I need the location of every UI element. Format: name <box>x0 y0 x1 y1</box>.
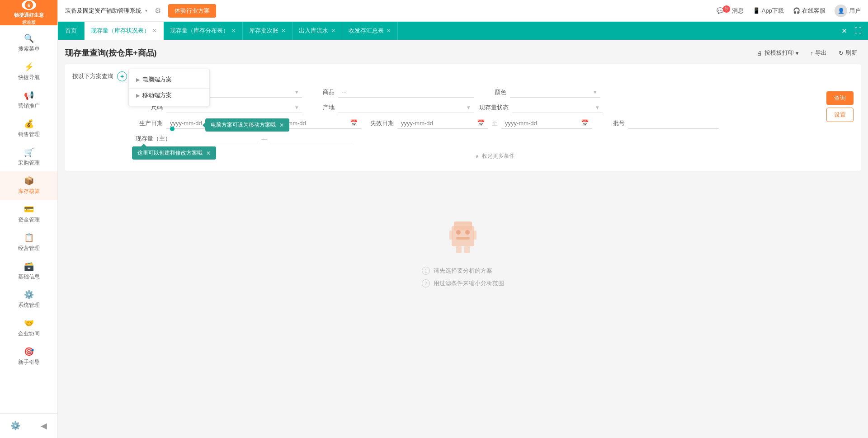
tab-in-out-close[interactable]: ✕ <box>331 28 335 33</box>
sidebar-logo: 6 畅捷通好生意 标准版 <box>0 0 57 25</box>
sidebar-item-sales-label: 销售管理 <box>18 131 40 138</box>
sidebar-item-finance-label: 资金管理 <box>18 216 40 224</box>
tab-in-out[interactable]: 出入库流水 ✕ <box>292 22 342 40</box>
filter-row-2: 尺码 ▾ 产地 ▾ 现存量状态 <box>136 102 854 113</box>
expire-date-end-input[interactable] <box>505 120 581 127</box>
refresh-icon: ↻ <box>839 50 844 57</box>
sidebar-collapse-btn[interactable]: ◀ <box>37 419 51 433</box>
purchase-icon: 🛒 <box>24 147 34 157</box>
sidebar-footer: ⚙️ ◀ <box>0 413 57 438</box>
sidebar-item-purchase-label: 采购管理 <box>18 159 40 167</box>
sidebar-item-purchase[interactable]: 🛒 采购管理 <box>0 143 57 171</box>
message-btn[interactable]: 💬 9 消息 <box>717 7 744 15</box>
scheme-item-mobile[interactable]: ▶ 移动端方案 <box>129 89 209 102</box>
filter-field-expire-date: 失效日期 📅 至 📅 <box>367 118 592 129</box>
refresh-btn[interactable]: ↻ 刷新 <box>835 47 861 59</box>
printer-icon: 🖨 <box>757 50 763 57</box>
tab-home[interactable]: 首页 <box>58 22 85 40</box>
sidebar-item-enterprise[interactable]: 🤝 企业协同 <box>0 314 57 342</box>
sidebar-item-guide[interactable]: 🎯 新手引导 <box>0 342 57 371</box>
tab-inventory-status-label: 现存量（库存状况表） <box>91 27 150 35</box>
header-settings-btn[interactable]: ⚙ <box>153 5 163 17</box>
stock-qty-end-input[interactable] <box>271 133 354 144</box>
sidebar-item-inventory[interactable]: 📦 库存核算 <box>0 171 57 200</box>
print-btn[interactable]: 🖨 按模板打印 ▾ <box>753 47 802 59</box>
sidebar-item-finance[interactable]: 💳 资金管理 <box>0 200 57 228</box>
tab-batch-account[interactable]: 库存批次账 ✕ <box>243 22 292 40</box>
tooltip-create-close[interactable]: ✕ <box>206 150 211 156</box>
color-chevron: ▾ <box>594 89 597 95</box>
expand-icon-mobile: ▶ <box>136 93 140 99</box>
sidebar-item-operation-label: 经营管理 <box>18 245 40 252</box>
expire-date-start[interactable]: 📅 <box>397 118 488 129</box>
print-label: 按模板打印 <box>764 49 794 57</box>
tab-inventory-dist[interactable]: 现存量（库存分布表） ✕ <box>164 22 243 40</box>
tab-collect-send-close[interactable]: ✕ <box>387 28 391 33</box>
empty-icon <box>440 212 486 258</box>
filter-field-batch: 批号 <box>598 118 719 129</box>
filter-field-color: 颜色 ▾ <box>479 87 600 98</box>
filter-row-4: 现存量（主） — <box>136 133 854 144</box>
sidebar-item-system[interactable]: ⚙️ 系统管理 <box>0 285 57 314</box>
sidebar-item-quick[interactable]: ⚡ 快捷导航 <box>0 57 57 86</box>
tab-bar-actions: ✕ ⛶ <box>839 26 868 36</box>
calendar-icon-prod-end[interactable]: 📅 <box>350 119 358 127</box>
scheme-item-pc[interactable]: ▶ 电脑端方案 <box>129 73 209 86</box>
sidebar-item-basic[interactable]: 🗃️ 基础信息 <box>0 257 57 285</box>
tip-num-1: 1 <box>422 267 430 275</box>
tab-bar: 首页 现存量（库存状况表） ✕ 现存量（库存分布表） ✕ 库存批次账 ✕ 出入库… <box>58 22 868 40</box>
svg-rect-3 <box>454 221 472 231</box>
search-button[interactable]: 查询 <box>826 91 854 105</box>
tab-inventory-status-close[interactable]: ✕ <box>152 28 157 33</box>
tab-collect-send[interactable]: 收发存汇总表 ✕ <box>342 22 398 40</box>
export-icon: ↑ <box>811 50 814 57</box>
sidebar-item-sales[interactable]: 💰 销售管理 <box>0 114 57 143</box>
sidebar-item-operation[interactable]: 📋 经营管理 <box>0 228 57 257</box>
trial-button[interactable]: 体验行业方案 <box>168 4 216 18</box>
sidebar-item-search[interactable]: 🔍 搜索菜单 <box>0 29 57 57</box>
message-label: 消息 <box>732 7 744 15</box>
calendar-icon-expire-start[interactable]: 📅 <box>477 119 485 127</box>
origin-label: 产地 <box>307 104 335 112</box>
export-btn[interactable]: ↑ 导出 <box>807 47 831 59</box>
user-btn[interactable]: 👤 用户 <box>835 5 861 17</box>
service-label: 在线客服 <box>802 7 826 15</box>
stock-qty-start-input[interactable] <box>175 133 258 144</box>
highlight-dot <box>170 127 175 131</box>
system-title[interactable]: 装备及固定资产辅助管理系统 ▾ <box>65 7 147 15</box>
app-download-btn[interactable]: 📱 App下载 <box>753 7 784 15</box>
collapse-label: 收起更多条件 <box>482 152 514 160</box>
sidebar-item-basic-label: 基础信息 <box>18 273 40 281</box>
page-title: 现存量查询(按仓库+商品) <box>65 47 157 58</box>
headset-icon: 🎧 <box>793 7 800 14</box>
tab-batch-account-close[interactable]: ✕ <box>281 28 286 33</box>
expire-date-end[interactable]: 📅 <box>501 118 592 129</box>
product-select[interactable]: ··· <box>338 87 474 98</box>
main-area: 装备及固定资产辅助管理系统 ▾ ⚙ 体验行业方案 💬 9 消息 📱 App下载 … <box>58 0 868 438</box>
filter-collapse-btn[interactable]: ∧ 收起更多条件 <box>136 149 854 164</box>
scheme-mobile-label: 移动端方案 <box>142 91 172 99</box>
calendar-icon-expire-end[interactable]: 📅 <box>581 119 589 127</box>
tooltip-create-text: 这里可以创建和修改方案哦 <box>137 149 203 157</box>
origin-select[interactable]: ▾ <box>338 102 474 113</box>
tab-close-all-btn[interactable]: ✕ <box>839 26 850 36</box>
empty-tip-2: 2 用过滤条件来缩小分析范围 <box>422 279 504 287</box>
tab-inventory-status[interactable]: 现存量（库存状况表） ✕ <box>85 22 164 40</box>
top-header: 装备及固定资产辅助管理系统 ▾ ⚙ 体验行业方案 💬 9 消息 📱 App下载 … <box>58 0 868 22</box>
sidebar-item-marketing[interactable]: 📢 营销推广 <box>0 86 57 114</box>
guide-icon: 🎯 <box>24 347 34 357</box>
sidebar-settings-btn[interactable]: ⚙️ <box>7 419 24 433</box>
warehouse-chevron: ▾ <box>295 89 298 95</box>
online-service-btn[interactable]: 🎧 在线客服 <box>793 7 826 15</box>
tooltip-pc-close[interactable]: ✕ <box>279 122 284 128</box>
sidebar-item-quick-label: 快捷导航 <box>18 74 40 81</box>
expire-date-start-input[interactable] <box>401 120 477 127</box>
filter-add-btn[interactable]: + <box>117 71 127 81</box>
tab-inventory-dist-close[interactable]: ✕ <box>231 28 236 33</box>
batch-input[interactable] <box>628 118 719 129</box>
tab-fullscreen-btn[interactable]: ⛶ <box>852 26 864 36</box>
stock-status-select[interactable]: ▾ <box>512 102 603 113</box>
reset-button[interactable]: 设置 <box>826 108 854 122</box>
user-label: 用户 <box>849 7 861 15</box>
color-select[interactable]: ▾ <box>510 87 600 98</box>
